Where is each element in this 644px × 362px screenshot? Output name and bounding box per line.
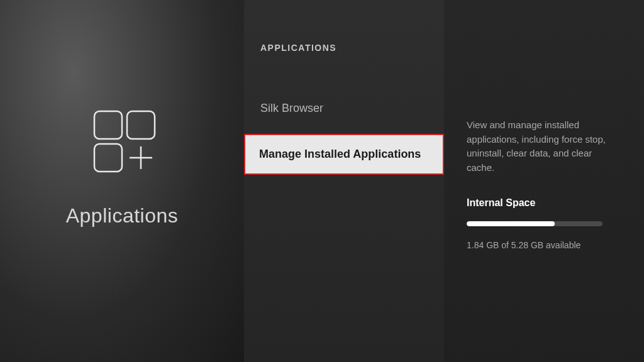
menu-item-manage-installed-applications[interactable]: Manage Installed Applications <box>244 134 444 175</box>
menu-item-silk-browser[interactable]: Silk Browser <box>244 90 444 126</box>
section-header: APPLICATIONS <box>244 43 444 53</box>
left-panel: Applications <box>0 0 244 362</box>
internal-space-label: Internal Space <box>467 197 621 209</box>
menu-item-label: Silk Browser <box>260 102 323 114</box>
svg-rect-1 <box>127 111 155 139</box>
middle-panel: APPLICATIONS Silk Browser Manage Install… <box>244 0 444 362</box>
storage-progress-fill <box>467 221 555 226</box>
svg-rect-2 <box>94 144 122 172</box>
section-title: Applications <box>66 204 179 228</box>
applications-icon <box>83 110 161 185</box>
menu-item-label: Manage Installed Applications <box>259 148 421 160</box>
item-description: View and manage installed applications, … <box>467 118 621 175</box>
svg-rect-0 <box>94 111 122 139</box>
right-panel: View and manage installed applications, … <box>444 0 644 362</box>
storage-progress-bar <box>467 221 602 226</box>
storage-available-text: 1.84 GB of 5.28 GB available <box>467 240 621 250</box>
